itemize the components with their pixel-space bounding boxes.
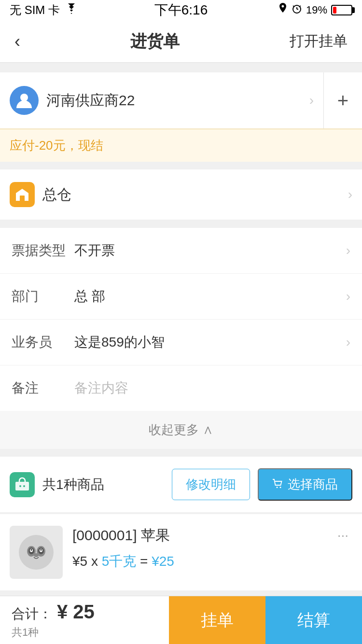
bottom-bar: 合计： ¥ 25 共1种 挂单 结算 — [0, 596, 362, 644]
svg-point-18 — [41, 549, 42, 551]
product-info: [0000001] 苹果 ¥5 x 5千克 = ¥25 — [72, 526, 334, 571]
svg-point-10 — [19, 535, 54, 570]
edit-detail-button[interactable]: 修改明细 — [172, 469, 250, 500]
add-supplier-button[interactable]: + — [323, 72, 362, 128]
salesperson-chevron-icon: › — [346, 335, 350, 350]
supplier-avatar — [10, 86, 39, 115]
total-section: 合计： ¥ 25 共1种 — [0, 596, 169, 644]
product-more-button[interactable]: ··· — [334, 526, 352, 545]
supplier-chevron-icon: › — [309, 93, 314, 108]
back-button[interactable]: ‹ — [14, 31, 20, 52]
product-header: 共1种商品 修改明细 选择商品 — [0, 457, 362, 512]
wifi-icon — [65, 3, 78, 17]
invoice-type-label: 票据类型 — [12, 241, 70, 260]
select-product-label: 选择商品 — [288, 476, 338, 493]
battery-percent: 19% — [306, 4, 327, 16]
product-quantity[interactable]: 5千克 — [102, 554, 137, 569]
supplier-selector[interactable]: 河南供应商22 › — [0, 72, 323, 128]
svg-point-17 — [31, 549, 32, 551]
status-bar: 无 SIM 卡 下午6:16 19% — [0, 0, 362, 20]
form-section: 票据类型 不开票 › 部门 总 部 › 业务员 这是859的小智 › 备注 备注… — [0, 228, 362, 411]
warehouse-icon — [10, 182, 35, 207]
department-row[interactable]: 部门 总 部 › — [0, 274, 362, 320]
suspend-button[interactable]: 挂单 — [169, 596, 265, 644]
product-name: [0000001] 苹果 — [72, 526, 334, 546]
location-icon — [278, 3, 288, 17]
product-code: [0000001] — [72, 527, 137, 543]
page-title: 进货单 — [130, 30, 180, 53]
select-product-button[interactable]: 选择商品 — [258, 468, 352, 501]
department-value: 总 部 — [74, 287, 346, 306]
product-count-icon — [10, 472, 35, 497]
product-total: ¥25 — [152, 554, 174, 569]
product-count-label: 共1种商品 — [42, 476, 164, 494]
svg-point-7 — [23, 485, 25, 487]
salesperson-row[interactable]: 业务员 这是859的小智 › — [0, 320, 362, 365]
product-unit-price: ¥5 — [72, 554, 87, 569]
supplier-section: 河南供应商22 › + 应付-20元，现结 — [0, 72, 362, 162]
alarm-icon — [292, 3, 302, 17]
product-thumbnail — [10, 526, 63, 579]
status-bar-time: 下午6:16 — [154, 1, 208, 19]
multiply-icon: x — [91, 554, 102, 569]
warehouse-row[interactable]: 总仓 › — [0, 169, 362, 220]
department-label: 部门 — [12, 287, 70, 306]
carrier-label: 无 SIM 卡 — [10, 2, 60, 18]
department-chevron-icon: › — [346, 289, 350, 304]
warehouse-chevron-icon: › — [348, 187, 352, 202]
battery-icon — [331, 5, 352, 15]
supplier-notice: 应付-20元，现结 — [0, 129, 362, 162]
product-card: [0000001] 苹果 ¥5 x 5千克 = ¥25 ··· — [0, 514, 362, 590]
svg-rect-5 — [15, 482, 29, 490]
total-label: 合计： — [12, 605, 52, 623]
product-title: 苹果 — [141, 527, 170, 543]
notes-label: 备注 — [12, 379, 70, 397]
checkout-button[interactable]: 结算 — [265, 596, 362, 644]
status-bar-left: 无 SIM 卡 — [10, 2, 78, 18]
svg-point-3 — [20, 94, 28, 101]
warehouse-label: 总仓 — [42, 185, 343, 205]
notes-value[interactable]: 备注内容 — [74, 379, 350, 397]
product-price-row: ¥5 x 5千克 = ¥25 — [72, 552, 334, 571]
svg-point-6 — [19, 485, 21, 487]
open-pending-button[interactable]: 打开挂单 — [290, 31, 348, 51]
svg-point-8 — [277, 487, 278, 488]
nav-bar: ‹ 进货单 打开挂单 — [0, 20, 362, 63]
svg-rect-4 — [20, 196, 25, 201]
salesperson-label: 业务员 — [12, 333, 70, 351]
total-sub-label: 共1种 — [12, 625, 157, 640]
invoice-type-chevron-icon: › — [346, 243, 350, 258]
invoice-type-value: 不开票 — [74, 241, 346, 260]
cart-icon — [272, 477, 284, 492]
status-bar-right: 19% — [278, 3, 352, 17]
invoice-type-row[interactable]: 票据类型 不开票 › — [0, 228, 362, 274]
notes-row[interactable]: 备注 备注内容 — [0, 365, 362, 411]
equals-sign: = — [140, 554, 148, 569]
svg-point-19 — [34, 553, 39, 557]
total-amount: ¥ 25 — [57, 601, 95, 623]
supplier-name: 河南供应商22 — [46, 91, 305, 111]
salesperson-value: 这是859的小智 — [74, 333, 346, 351]
svg-point-9 — [280, 487, 281, 488]
collapse-button[interactable]: 收起更多 ∧ — [0, 411, 362, 449]
